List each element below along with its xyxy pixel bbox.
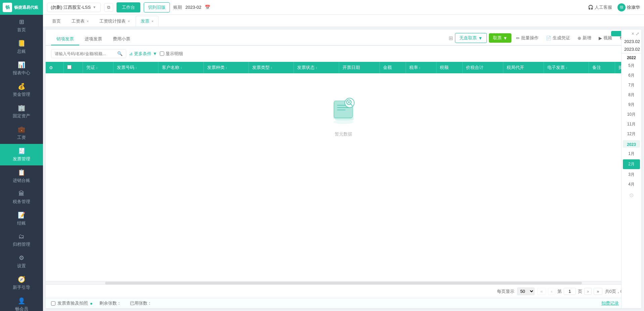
sidebar-item-archive[interactable]: 🗂 归档管理 bbox=[0, 230, 43, 251]
month-2023-4[interactable]: 4月 bbox=[622, 180, 641, 189]
funds-icon: 💰 bbox=[18, 83, 25, 90]
tab-payroll[interactable]: 工资表 × bbox=[66, 16, 94, 27]
edit-icon: ✏ bbox=[516, 36, 520, 41]
sidebar-item-member[interactable]: 👤 畅会员 bbox=[0, 294, 43, 311]
sub-tab-expense[interactable]: 费用小票 bbox=[107, 33, 136, 45]
month-2022-12[interactable]: 12月 bbox=[622, 129, 641, 139]
month-2023-2[interactable]: 2月 bbox=[623, 159, 640, 169]
gen-voucher-btn[interactable]: 📄 生成凭证 bbox=[543, 33, 573, 43]
copy-btn[interactable]: ⧉ bbox=[104, 3, 113, 12]
invoice-table: ⚙ 凭证↕ 发票号码↕ 客户名称↕ 发票种类↕ 发票类型↕ 发票状态↕ 开票日期… bbox=[46, 62, 641, 73]
col-open-date[interactable]: 开票日期 bbox=[339, 62, 379, 73]
col-tax-code[interactable]: 税局代开 bbox=[503, 62, 544, 73]
sidebar-item-close[interactable]: 📝 结账 bbox=[0, 208, 43, 230]
sidebar-item-ledger[interactable]: 📒 总账 bbox=[0, 36, 43, 58]
month-2023-3[interactable]: 3月 bbox=[622, 170, 641, 180]
topbar-right: 🎧 人工客服 徐 徐溆华 bbox=[588, 3, 640, 11]
voucher-icon: 📄 bbox=[546, 36, 551, 41]
more-filter-btn[interactable]: ⊿ 更多条件 ▼ bbox=[129, 51, 157, 57]
col-voucher[interactable]: 凭证↕ bbox=[83, 62, 113, 73]
col-e-invoice[interactable]: 电子发票↕ bbox=[544, 62, 589, 73]
col-settings[interactable]: ⚙ bbox=[46, 62, 64, 73]
sidebar-item-invoice-mgmt[interactable]: 🧾 发票管理 bbox=[0, 144, 43, 165]
tab-payroll-close[interactable]: × bbox=[87, 19, 89, 23]
col-customer[interactable]: 客户名称↕ bbox=[158, 62, 203, 73]
empty-text: 暂元数据 bbox=[335, 131, 352, 137]
fee-record-link[interactable]: 扣费记录 bbox=[601, 300, 619, 306]
sidebar-item-sales-account[interactable]: 📋 进销台账 bbox=[0, 165, 43, 187]
sidebar-item-home[interactable]: ⊞ 首页 bbox=[0, 15, 43, 36]
sidebar-label-assets: 固定资产 bbox=[13, 113, 30, 119]
next-page-btn[interactable]: › bbox=[584, 288, 592, 295]
close-period-icon: 📝 bbox=[18, 211, 25, 219]
sidebar-label-home: 首页 bbox=[17, 27, 26, 33]
sidebar-item-reports[interactable]: 📊 报表中心 bbox=[0, 58, 43, 79]
search-box[interactable]: 🔍 bbox=[51, 49, 126, 58]
month-2022-10[interactable]: 10月 bbox=[622, 110, 641, 119]
user-menu[interactable]: 徐 徐溆华 bbox=[617, 3, 640, 11]
footer-right: 每页显示 50 20 100 « ‹ 第 页 › » 共0页，0条记录 bbox=[497, 287, 636, 295]
new-btn[interactable]: ⊕ 新增 bbox=[575, 33, 594, 43]
month-2022-9[interactable]: 9月 bbox=[622, 100, 641, 110]
col-invoice-type[interactable]: 发票种类↕ bbox=[203, 62, 248, 73]
sidebar-item-guide[interactable]: 🧭 新手引导 bbox=[0, 272, 43, 294]
sub-tab-purchase[interactable]: 进项发票 bbox=[79, 33, 107, 45]
prev-page-btn[interactable]: ‹ bbox=[548, 288, 555, 295]
col-invoice-cat[interactable]: 发票类型↕ bbox=[248, 62, 293, 73]
col-invoice-no[interactable]: 发票号码↕ bbox=[113, 62, 158, 73]
page-input[interactable] bbox=[564, 288, 576, 295]
sidebar-label-invoice: 发票管理 bbox=[13, 156, 30, 162]
col-invoice-status[interactable]: 发票状态↕ bbox=[294, 62, 339, 73]
tab-invoice-close[interactable]: × bbox=[151, 19, 153, 23]
col-remark[interactable]: 备注 bbox=[589, 62, 615, 73]
month-2022-7[interactable]: 7月 bbox=[622, 80, 641, 90]
period-entry-1[interactable]: 2023.02 bbox=[622, 38, 641, 45]
tab-payroll-stats-close[interactable]: × bbox=[128, 19, 130, 23]
sub-tab-sales[interactable]: 销项发票 bbox=[51, 33, 79, 45]
tab-payroll-stats[interactable]: 工资统计报表 × bbox=[94, 16, 135, 27]
tab-invoice[interactable]: 发票 × bbox=[136, 16, 158, 27]
col-tax-rate[interactable]: 税率↕ bbox=[406, 62, 436, 73]
switch-version-btn[interactable]: 切到旧版 bbox=[144, 2, 170, 12]
sidebar-item-payroll[interactable]: 💼 工资 bbox=[0, 122, 43, 144]
show-detail-label[interactable]: 显示明细 bbox=[160, 51, 183, 57]
page-size-select[interactable]: 50 20 100 bbox=[517, 287, 535, 295]
month-2022-11[interactable]: 11月 bbox=[622, 119, 641, 129]
filter-icon: ⊿ bbox=[129, 51, 133, 56]
take-ticket-btn[interactable]: 取票 ▼ bbox=[489, 33, 511, 43]
empty-icon bbox=[327, 93, 360, 127]
period-entry-2[interactable]: 2023.02 bbox=[622, 45, 641, 53]
sidebar-item-assets[interactable]: 🏢 固定资产 bbox=[0, 101, 43, 122]
no-voucher-btn[interactable]: 无血取票 ▼ bbox=[455, 33, 487, 43]
col-tax-total[interactable]: 价税合计 bbox=[462, 62, 503, 73]
sidebar-label-reports: 报表中心 bbox=[13, 70, 30, 76]
month-2022-6[interactable]: 6月 bbox=[622, 71, 641, 80]
sidebar-item-funds[interactable]: 💰 资金管理 bbox=[0, 79, 43, 101]
support-link[interactable]: 🎧 人工客服 bbox=[588, 4, 612, 10]
sidebar-item-tax[interactable]: 🏛 税务管理 bbox=[0, 187, 43, 208]
col-checkbox[interactable] bbox=[64, 62, 83, 73]
assets-icon: 🏢 bbox=[18, 104, 25, 112]
check-checkbox[interactable] bbox=[51, 301, 55, 306]
panel-close-icon[interactable]: × bbox=[632, 31, 634, 36]
month-2022-8[interactable]: 8月 bbox=[622, 90, 641, 100]
show-detail-checkbox[interactable] bbox=[160, 51, 164, 56]
logo-icon: 畅 bbox=[3, 3, 12, 12]
first-page-btn[interactable]: « bbox=[537, 288, 546, 295]
month-2022-5[interactable]: 5月 bbox=[622, 61, 641, 71]
tab-home[interactable]: 首页 bbox=[47, 16, 66, 27]
user-avatar: 徐 bbox=[617, 3, 626, 11]
expand-icon[interactable]: ⤢ bbox=[636, 31, 639, 36]
last-page-btn[interactable]: » bbox=[594, 288, 602, 295]
company-selector[interactable]: (勿删) 江西股宝-LSS ▼ bbox=[47, 3, 101, 12]
col-tax[interactable]: 税额 bbox=[436, 62, 462, 73]
open-date-btn[interactable]: 开账日期 bbox=[611, 31, 621, 36]
sidebar-item-settings[interactable]: ⚙ 设置 bbox=[0, 251, 43, 272]
select-all-checkbox[interactable] bbox=[67, 65, 72, 69]
main-area: (勿删) 江西股宝-LSS ▼ ⧉ 工作台 切到旧版 账期 2023-02 📅 … bbox=[43, 0, 644, 311]
workbench-btn[interactable]: 工作台 bbox=[117, 2, 140, 12]
month-2023-1[interactable]: 1月 bbox=[622, 149, 641, 159]
col-amount[interactable]: 金额 bbox=[379, 62, 406, 73]
batch-op-btn[interactable]: ✏ 批量操作 bbox=[513, 33, 541, 43]
search-input[interactable] bbox=[55, 51, 115, 56]
